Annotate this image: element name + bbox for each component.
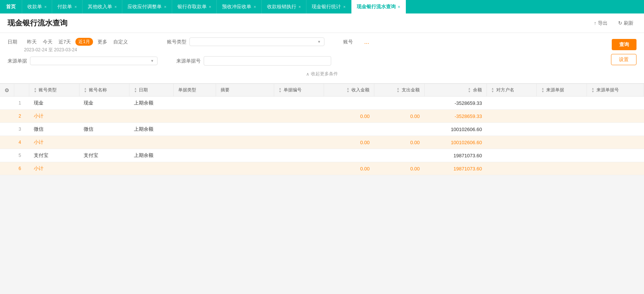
th-balance[interactable]: ▲▼ 余额 — [424, 84, 486, 97]
cell-gear — [0, 162, 14, 175]
th-expense[interactable]: ▲▼ 支出金额 — [374, 84, 424, 97]
nav-payment[interactable]: 付款单 × — [52, 0, 82, 13]
shortcut-1month[interactable]: 近1月 — [75, 38, 93, 46]
data-table: ⚙ ▲▼ 账号类型 ▲▼ 账号名称 ▲▼ 日期 单据类型 — [0, 84, 644, 175]
shortcut-yesterday[interactable]: 昨天 — [26, 38, 38, 46]
cell-source-doc-no — [587, 149, 644, 162]
cell-expense: 0.00 — [374, 110, 424, 123]
nav-receipt[interactable]: 收款单 × — [22, 0, 52, 13]
cell-balance: 19871073.60 — [424, 149, 486, 162]
th-income[interactable]: ▲▼ 收入金额 — [324, 84, 374, 97]
cell-summary — [216, 97, 274, 110]
cell-account-name — [79, 136, 129, 149]
nav-other-income[interactable]: 其他收入单 × — [83, 0, 122, 13]
account-dots-button[interactable]: ... — [361, 39, 372, 45]
source-doc-block: 来源单据 ▾ — [8, 57, 158, 65]
collapse-up-icon: ∧ — [306, 72, 309, 77]
refresh-button[interactable]: ↻ 刷新 — [615, 18, 636, 28]
cell-account-type: 小计 — [29, 162, 80, 175]
top-navigation: 首页 收款单 × 付款单 × 其他收入单 × 应收应付调整单 × 银行存取款单 … — [0, 0, 644, 13]
source-doc-no-input[interactable] — [204, 56, 331, 66]
account-label: 账号 — [343, 39, 358, 45]
shortcut-today[interactable]: 今天 — [41, 38, 54, 46]
nav-home[interactable]: 首页 — [2, 0, 22, 13]
cell-account-type: 小计 — [29, 136, 80, 149]
nav-advance[interactable]: 预收冲应收单 × — [217, 0, 261, 13]
filter-area: 日期 昨天 今天 近7天 近1月 更多 自定义 账号类型 ▾ — [0, 33, 644, 84]
nav-cash-stats[interactable]: 现金银行统计 × — [306, 0, 351, 13]
query-button[interactable]: 查询 — [612, 39, 636, 50]
cell-row-num: 5 — [14, 149, 29, 162]
gear-icon: ⚙ — [5, 87, 9, 93]
cell-source-doc — [537, 136, 587, 149]
shortcut-7days[interactable]: 近7天 — [57, 38, 72, 46]
sort-arrows: ▲▼ — [34, 87, 37, 93]
sort-arrows: ▲▼ — [541, 87, 544, 93]
cell-doc-no — [274, 97, 324, 110]
cell-row-num: 3 — [14, 123, 29, 136]
source-doc-no-block: 来源单据号 — [176, 56, 331, 66]
cell-date — [129, 162, 174, 175]
close-icon[interactable]: × — [74, 4, 77, 9]
close-icon[interactable]: × — [254, 4, 256, 9]
th-doc-no[interactable]: ▲▼ 单据编号 — [274, 84, 324, 97]
cell-expense — [374, 123, 424, 136]
table-row: 3微信微信上期余额100102606.60 — [0, 123, 644, 136]
close-icon[interactable]: × — [343, 4, 345, 9]
collapse-button[interactable]: ∧ 收起更多条件 — [306, 71, 338, 77]
cell-doc-type — [173, 136, 216, 149]
table-header-row: ⚙ ▲▼ 账号类型 ▲▼ 账号名称 ▲▼ 日期 单据类型 — [0, 84, 644, 97]
nav-cash-flow-query[interactable]: 现金银行流水查询 × — [351, 0, 406, 13]
nav-adjust[interactable]: 应收应付调整单 × — [122, 0, 172, 13]
close-icon[interactable]: × — [209, 4, 211, 9]
chevron-down-icon: ▾ — [151, 58, 153, 63]
source-doc-select[interactable]: ▾ — [30, 57, 158, 65]
close-icon[interactable]: × — [44, 4, 47, 9]
cell-balance: 100102606.60 — [424, 123, 486, 136]
export-icon: ↑ — [594, 20, 597, 26]
cell-counterpart — [486, 149, 537, 162]
close-icon[interactable]: × — [164, 4, 166, 9]
cell-source-doc — [537, 110, 587, 123]
th-source-doc[interactable]: ▲▼ 来源单据 — [537, 84, 587, 97]
close-icon[interactable]: × — [299, 4, 301, 9]
th-account-name[interactable]: ▲▼ 账号名称 — [79, 84, 129, 97]
cell-row-num: 1 — [14, 97, 29, 110]
cell-income — [324, 97, 374, 110]
cell-balance: 100102606.60 — [424, 136, 486, 149]
th-source-doc-no[interactable]: ▲▼ 来源单据号 — [587, 84, 644, 97]
nav-verify[interactable]: 收款核销执行 × — [262, 0, 306, 13]
cell-account-name: 支付宝 — [79, 149, 129, 162]
settings-button[interactable]: 设置 — [611, 54, 636, 65]
th-counterpart[interactable]: ▲▼ 对方户名 — [486, 84, 537, 97]
cell-account-name — [79, 162, 129, 175]
th-summary: 摘要 — [216, 84, 274, 97]
close-icon[interactable]: × — [398, 4, 400, 9]
cell-income — [324, 149, 374, 162]
table-row: 4小计0.000.00100102606.60 — [0, 136, 644, 149]
shortcut-more[interactable]: 更多 — [96, 38, 109, 46]
cell-doc-type — [173, 162, 216, 175]
export-button[interactable]: ↑ 导出 — [591, 18, 611, 28]
cell-counterpart — [486, 162, 537, 175]
cell-balance: 19871073.60 — [424, 162, 486, 175]
source-doc-no-label: 来源单据号 — [176, 58, 201, 64]
cell-account-type: 现金 — [29, 97, 80, 110]
filter-row-2: 来源单据 ▾ 来源单据号 — [8, 56, 606, 66]
account-type-block: 账号类型 ▾ — [167, 37, 324, 46]
cell-doc-no — [274, 162, 324, 175]
cell-source-doc-no — [587, 110, 644, 123]
cell-date — [129, 136, 174, 149]
shortcut-custom[interactable]: 自定义 — [112, 38, 129, 46]
cell-counterpart — [486, 123, 537, 136]
th-date[interactable]: ▲▼ 日期 — [129, 84, 174, 97]
sort-arrows: ▲▼ — [591, 87, 594, 93]
account-type-select[interactable]: ▾ — [189, 37, 324, 46]
cell-doc-type — [173, 110, 216, 123]
th-account-type[interactable]: ▲▼ 账号类型 — [29, 84, 80, 97]
close-icon[interactable]: × — [114, 4, 117, 9]
th-gear[interactable]: ⚙ — [0, 84, 14, 97]
cell-gear — [0, 110, 14, 123]
nav-bank-deposit[interactable]: 银行存取款单 × — [172, 0, 217, 13]
cell-doc-type — [173, 149, 216, 162]
